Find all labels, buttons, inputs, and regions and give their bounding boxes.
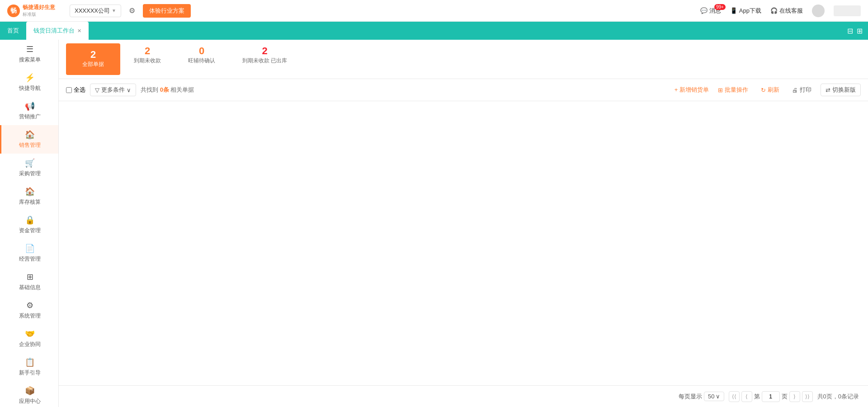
logo-title: 畅捷通好生意 xyxy=(23,4,55,11)
page-size-arrow: ∨ xyxy=(716,393,720,400)
batch-operation-button[interactable]: ⊞ 批量操作 xyxy=(714,84,752,96)
user-name[interactable] xyxy=(834,5,861,16)
tab-minimize-icon[interactable]: ⊟ xyxy=(847,27,853,35)
online-service-action[interactable]: 🎧 在线客服 xyxy=(770,7,803,15)
sidebar-label-basic: 基础信息 xyxy=(19,284,41,291)
page-navigation: ⟨⟨ ⟨ 第 页 ⟩ ⟩⟩ xyxy=(729,391,813,402)
new-order-button[interactable]: + 新增销货单 xyxy=(675,86,709,94)
tab-home[interactable]: 首页 xyxy=(0,22,26,40)
sidebar-item-ops[interactable]: 📄 经营管理 xyxy=(0,239,58,267)
page-total: 共0页，0条记录 xyxy=(817,393,859,401)
filter-label: 更多条件 xyxy=(101,86,125,94)
page-size-box[interactable]: 50 ∨ xyxy=(704,392,724,401)
refresh-label: 刷新 xyxy=(768,86,779,94)
print-button[interactable]: 🖨 打印 xyxy=(788,84,815,96)
switch-version-button[interactable]: ⇄ 切换新版 xyxy=(821,84,861,96)
stat-tab-all[interactable]: 2 全部单据 xyxy=(66,43,120,75)
company-selector[interactable]: XXXXXX公司 ▼ xyxy=(70,5,121,17)
basic-icon: ⊞ xyxy=(27,272,33,282)
tab-close-icon[interactable]: ✕ xyxy=(77,28,81,34)
sidebar-label-inventory: 库存核算 xyxy=(19,198,41,206)
top-header: 畅 畅捷通好生意 标准版 XXXXXX公司 ▼ ⚙ 体验行业方案 💬 消息 99… xyxy=(0,0,868,22)
stat-label-pending: 旺辅待确认 xyxy=(188,57,215,65)
enterprise-icon: 🤝 xyxy=(25,329,35,339)
result-suffix: 相关单据 xyxy=(170,86,194,93)
company-dropdown-arrow: ▼ xyxy=(112,8,116,13)
stat-number-unshipped: 2 xyxy=(262,45,268,57)
sidebar-label-fund: 资金管理 xyxy=(19,227,41,234)
sidebar-item-basic[interactable]: ⊞ 基础信息 xyxy=(0,267,58,296)
sidebar-item-system[interactable]: ⚙ 系统管理 xyxy=(0,296,58,324)
stat-label-overdue: 到期未收款 xyxy=(134,57,161,65)
ops-icon: 📄 xyxy=(25,243,35,253)
logo-text-group: 畅捷通好生意 标准版 xyxy=(23,4,55,18)
select-all-input[interactable] xyxy=(66,87,72,93)
sidebar-label-purchase: 采购管理 xyxy=(19,170,41,178)
tab-workbench-label: 钱货日清工作台 xyxy=(33,27,75,35)
sidebar-label-marketing: 营销推广 xyxy=(19,113,41,121)
stat-number-pending: 0 xyxy=(199,45,204,57)
filter-button[interactable]: ▽ 更多条件 ∨ xyxy=(90,84,136,96)
refresh-button[interactable]: ↻ 刷新 xyxy=(757,84,783,96)
message-action[interactable]: 💬 消息 99+ xyxy=(700,7,721,15)
page-first-button[interactable]: ⟨⟨ xyxy=(729,391,740,402)
switch-label: 切换新版 xyxy=(832,86,856,94)
tab-maximize-icon[interactable]: ⊞ xyxy=(857,27,863,35)
page-prev-button[interactable]: ⟨ xyxy=(741,391,752,402)
tab-home-label: 首页 xyxy=(7,27,19,35)
stat-tab-pending[interactable]: 0 旺辅待确认 xyxy=(175,40,229,79)
table-area xyxy=(59,101,868,385)
sidebar-item-enterprise[interactable]: 🤝 企业协同 xyxy=(0,324,58,353)
sidebar-item-purchase[interactable]: 🛒 采购管理 xyxy=(0,154,58,182)
sidebar-label-quick-nav: 快捷导航 xyxy=(19,84,41,92)
page-size-selector[interactable]: 每页显示 50 ∨ xyxy=(679,392,724,401)
stat-tab-overdue[interactable]: 2 到期未收款 xyxy=(120,40,175,79)
sidebar: ☰ 搜索菜单 ⚡ 快捷导航 📢 营销推广 🏠 销售管理 🛒 采购管理 🏠 库存核… xyxy=(0,40,59,407)
page-number-input[interactable] xyxy=(762,391,780,402)
logo-badge: 标准版 xyxy=(23,11,55,18)
sidebar-label-system: 系统管理 xyxy=(19,312,41,320)
stat-label-unshipped: 到期未收款 已出库 xyxy=(242,57,287,65)
tab-workbench[interactable]: 钱货日清工作台 ✕ xyxy=(26,22,89,40)
sidebar-item-app-center[interactable]: 📦 应用中心 xyxy=(0,381,58,407)
print-icon: 🖨 xyxy=(792,87,798,94)
avatar[interactable] xyxy=(812,5,825,17)
sidebar-label-newbie: 新手引导 xyxy=(19,369,41,377)
page-suffix: 页 xyxy=(782,393,788,401)
sidebar-item-newbie[interactable]: 📋 新手引导 xyxy=(0,353,58,381)
stat-tab-unshipped[interactable]: 2 到期未收款 已出库 xyxy=(229,40,301,79)
select-all-checkbox[interactable]: 全选 xyxy=(66,86,85,94)
filter-arrow: ∨ xyxy=(127,87,131,94)
sidebar-item-fund[interactable]: 🔒 资金管理 xyxy=(0,211,58,239)
toolbar-right: + 新增销货单 ⊞ 批量操作 ↻ 刷新 🖨 打印 ⇄ 切换新版 xyxy=(675,84,861,96)
sidebar-label-app-center: 应用中心 xyxy=(19,398,41,405)
batch-icon: ⊞ xyxy=(718,87,723,94)
app-download-action[interactable]: 📱 App下载 xyxy=(730,7,761,15)
online-service-label: 在线客服 xyxy=(779,7,803,15)
page-next-button[interactable]: ⟩ xyxy=(789,391,800,402)
sidebar-item-marketing[interactable]: 📢 营销推广 xyxy=(0,97,58,125)
logo-icon: 畅 xyxy=(7,5,20,17)
sidebar-item-search-menu[interactable]: ☰ 搜索菜单 xyxy=(0,40,58,68)
system-icon: ⚙ xyxy=(26,300,33,310)
main-content: 2 全部单据 2 到期未收款 0 旺辅待确认 2 到期未收款 已出库 全选 xyxy=(59,40,868,407)
toolbar: 全选 ▽ 更多条件 ∨ 共找到 0条 相关单据 + 新增销货单 ⊞ 批量操作 xyxy=(59,79,868,101)
stat-number-overdue: 2 xyxy=(145,45,150,57)
tab-bar-actions: ⊟ ⊞ xyxy=(847,27,868,35)
service-icon: 🎧 xyxy=(770,7,778,14)
settings-button[interactable]: ⚙ xyxy=(125,4,139,18)
page-size-value: 50 xyxy=(708,393,714,400)
sidebar-item-sales[interactable]: 🏠 销售管理 xyxy=(0,125,58,154)
switch-icon: ⇄ xyxy=(826,87,830,94)
page-last-button[interactable]: ⟩⟩ xyxy=(802,391,813,402)
sidebar-label-search-menu: 搜索菜单 xyxy=(19,56,41,64)
sidebar-item-quick-nav[interactable]: ⚡ 快捷导航 xyxy=(0,68,58,97)
per-page-label: 每页显示 xyxy=(679,393,702,401)
result-text: 共找到 0条 相关单据 xyxy=(141,86,194,94)
inventory-icon: 🏠 xyxy=(25,187,35,196)
main-layout: ☰ 搜索菜单 ⚡ 快捷导航 📢 营销推广 🏠 销售管理 🛒 采购管理 🏠 库存核… xyxy=(0,40,868,407)
experience-btn[interactable]: 体验行业方案 xyxy=(143,4,191,18)
stat-label-all: 全部单据 xyxy=(82,61,104,68)
sidebar-item-inventory[interactable]: 🏠 库存核算 xyxy=(0,182,58,211)
print-label: 打印 xyxy=(800,86,811,94)
